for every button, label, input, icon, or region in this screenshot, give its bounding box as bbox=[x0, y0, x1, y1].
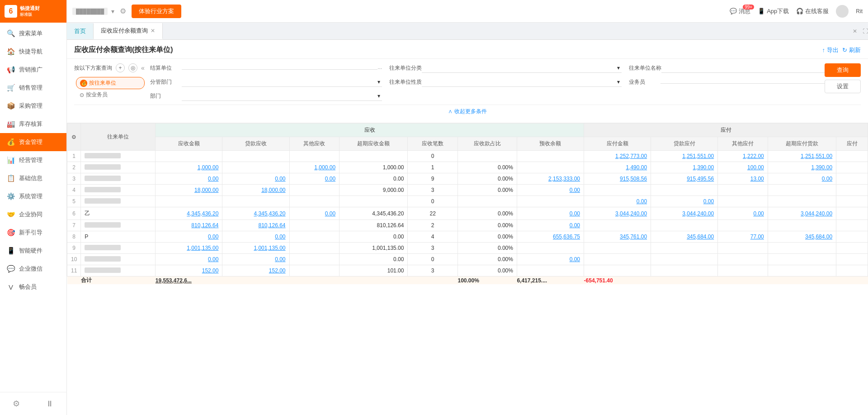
collapse-icon[interactable]: ⏸ bbox=[44, 397, 56, 410]
link-value[interactable]: 3,044,240.00 bbox=[682, 210, 714, 217]
field-select-lwdwfl[interactable]: ▾ bbox=[422, 63, 621, 73]
link-value[interactable]: 0.00 bbox=[753, 210, 764, 217]
sidebar-item-wechat[interactable]: 💬企业微信 bbox=[0, 260, 66, 278]
link-value[interactable]: 1,490.00 bbox=[626, 164, 647, 171]
field-select-fgbm[interactable]: ▾ bbox=[182, 77, 382, 87]
sidebar-item-finance[interactable]: 💰资金管理 bbox=[0, 133, 66, 151]
online-service-item[interactable]: 🎧 在线客服 bbox=[796, 7, 829, 15]
link-value[interactable]: 4,345,436.20 bbox=[187, 210, 218, 217]
settings-icon[interactable]: ⚙ bbox=[11, 397, 22, 410]
trial-button[interactable]: 体验行业方案 bbox=[132, 5, 181, 18]
cell-ap-loan: 1,251,551.00 bbox=[651, 151, 718, 162]
filter-scheme-button[interactable]: ◎ bbox=[128, 63, 137, 72]
link-value[interactable]: 152.00 bbox=[202, 267, 219, 274]
link-value[interactable]: 345,761.00 bbox=[620, 234, 647, 240]
link-value[interactable]: 0.00 bbox=[703, 198, 714, 205]
link-value[interactable]: 810,126.64 bbox=[191, 222, 218, 229]
link-value[interactable]: 4,345,436.20 bbox=[254, 210, 285, 217]
user-avatar bbox=[836, 5, 849, 18]
app-download-item[interactable]: 📱 App下载 bbox=[758, 7, 789, 15]
cell-ap-amount: 915,508.56 bbox=[584, 173, 651, 185]
sidebar-item-hardware[interactable]: 📱智能硬件 bbox=[0, 242, 66, 260]
link-value[interactable]: 0.00 bbox=[208, 256, 218, 262]
set-button[interactable]: 设置 bbox=[825, 80, 861, 93]
link-value[interactable]: 0.00 bbox=[325, 176, 335, 182]
link-value[interactable]: 1,251,551.00 bbox=[801, 153, 832, 159]
field-select-lwdwxz[interactable]: ▾ bbox=[422, 77, 621, 87]
link-value[interactable]: 0.00 bbox=[208, 234, 218, 240]
message-item[interactable]: 💬 消息 99+ bbox=[730, 7, 750, 15]
link-value[interactable]: 13.00 bbox=[750, 176, 764, 182]
link-value[interactable]: 915,508.56 bbox=[620, 176, 647, 182]
filter-add-button[interactable]: + bbox=[116, 63, 125, 72]
link-value[interactable]: 0.00 bbox=[208, 176, 218, 182]
link-value[interactable]: 0.00 bbox=[275, 176, 285, 182]
refresh-button[interactable]: ↻ 刷新 bbox=[842, 46, 861, 54]
cell-ar-amount bbox=[156, 196, 222, 207]
link-value[interactable]: 77.00 bbox=[750, 234, 764, 240]
link-value[interactable]: 1,251,551.00 bbox=[682, 153, 714, 159]
link-value[interactable]: 345,684.00 bbox=[687, 234, 714, 240]
link-value[interactable]: 18,000.00 bbox=[194, 187, 218, 193]
tab-arquery[interactable]: 应收应付余额查询 ✕ bbox=[94, 23, 163, 39]
sidebar-item-basic[interactable]: 📋基础信息 bbox=[0, 169, 66, 187]
link-value[interactable]: 1,390.00 bbox=[811, 164, 832, 171]
link-value[interactable]: 655,636.75 bbox=[553, 234, 580, 240]
collapse-more[interactable]: ∧ 收起更多条件 bbox=[74, 105, 861, 118]
filter-option-unit[interactable]: 💰 按往来单位 bbox=[76, 77, 145, 89]
field-select-bm[interactable]: ▾ bbox=[182, 91, 382, 101]
sidebar-item-member[interactable]: V畅会员 bbox=[0, 278, 66, 296]
sidebar-item-nav[interactable]: 🏠快捷导航 bbox=[0, 43, 66, 61]
sidebar-item-marketing[interactable]: 📢营销推广 bbox=[0, 61, 66, 79]
tab-fullscreen-icon[interactable]: ⛶ bbox=[863, 28, 868, 34]
link-value[interactable]: 1,390.00 bbox=[693, 164, 714, 171]
link-value[interactable]: 0.00 bbox=[325, 210, 335, 217]
link-value[interactable]: 18,000.00 bbox=[261, 187, 285, 193]
tab-expand-icon[interactable]: ✕ bbox=[853, 28, 857, 34]
filter-collapse-icon[interactable]: « bbox=[141, 64, 145, 72]
sidebar-item-system[interactable]: ⚙️系统管理 bbox=[0, 187, 66, 205]
link-value[interactable]: 0.00 bbox=[637, 198, 647, 205]
link-value[interactable]: 915,495.56 bbox=[687, 176, 714, 182]
link-value[interactable]: 152.00 bbox=[269, 267, 286, 274]
sidebar-item-guide[interactable]: 🎯新手引导 bbox=[0, 224, 66, 242]
table-row: 1 0 1,252,773.00 1,251,551.00 1,222.00 1… bbox=[67, 151, 868, 162]
link-value[interactable]: 810,126.64 bbox=[258, 222, 285, 229]
sidebar-item-enterprise[interactable]: 🤝企业协同 bbox=[0, 205, 66, 224]
gear-icon[interactable]: ⚙ bbox=[118, 5, 128, 17]
sidebar-item-operations[interactable]: 📊经营管理 bbox=[0, 151, 66, 169]
export-button[interactable]: ↑ 导出 bbox=[822, 46, 839, 54]
member-icon: V bbox=[6, 282, 15, 291]
link-value[interactable]: 1,000.00 bbox=[198, 164, 219, 171]
field-dots-jsdw[interactable]: ··· bbox=[377, 65, 382, 72]
sidebar-label-purchase: 采购管理 bbox=[19, 102, 42, 110]
link-value[interactable]: 345,684.00 bbox=[805, 234, 832, 240]
link-value[interactable]: 1,252,773.00 bbox=[615, 153, 647, 159]
link-value[interactable]: 1,222.00 bbox=[743, 153, 764, 159]
link-value[interactable]: 100.00 bbox=[747, 164, 764, 171]
tab-home[interactable]: 首页 bbox=[67, 24, 94, 39]
sidebar-item-search[interactable]: 🔍搜索菜单 bbox=[0, 24, 66, 43]
link-value[interactable]: 3,044,240.00 bbox=[801, 210, 832, 217]
link-value[interactable]: 3,044,240.00 bbox=[615, 210, 647, 217]
dropdown-arrow[interactable]: ▾ bbox=[111, 8, 114, 15]
link-value[interactable]: 1,001,135.00 bbox=[254, 245, 285, 251]
link-value[interactable]: 0.00 bbox=[275, 256, 285, 262]
filter-option-salesman[interactable]: ⊙ 按业务员 bbox=[76, 89, 145, 100]
link-value[interactable]: 2,153,333.00 bbox=[548, 176, 580, 182]
link-value[interactable]: 0.00 bbox=[275, 234, 285, 240]
link-value[interactable]: 0.00 bbox=[570, 210, 580, 217]
sidebar-item-sales[interactable]: 🛒销售管理 bbox=[0, 79, 66, 97]
sidebar-item-inventory[interactable]: 🏭库存核算 bbox=[0, 115, 66, 133]
link-value[interactable]: 0.00 bbox=[570, 222, 580, 229]
link-value[interactable]: 1,000.00 bbox=[314, 164, 335, 171]
link-value[interactable]: 0.00 bbox=[570, 187, 580, 193]
sidebar-item-purchase[interactable]: 📦采购管理 bbox=[0, 97, 66, 115]
tab-close-icon[interactable]: ✕ bbox=[151, 28, 155, 34]
query-button[interactable]: 查询 bbox=[825, 63, 861, 77]
link-value[interactable]: 1,001,135.00 bbox=[187, 245, 218, 251]
link-value[interactable]: 0.00 bbox=[822, 176, 832, 182]
link-value[interactable]: 0.00 bbox=[570, 256, 580, 262]
footer-ar-amount[interactable]: 19,553,472,6... bbox=[156, 277, 222, 285]
th-settings[interactable]: ⚙ bbox=[67, 124, 81, 151]
